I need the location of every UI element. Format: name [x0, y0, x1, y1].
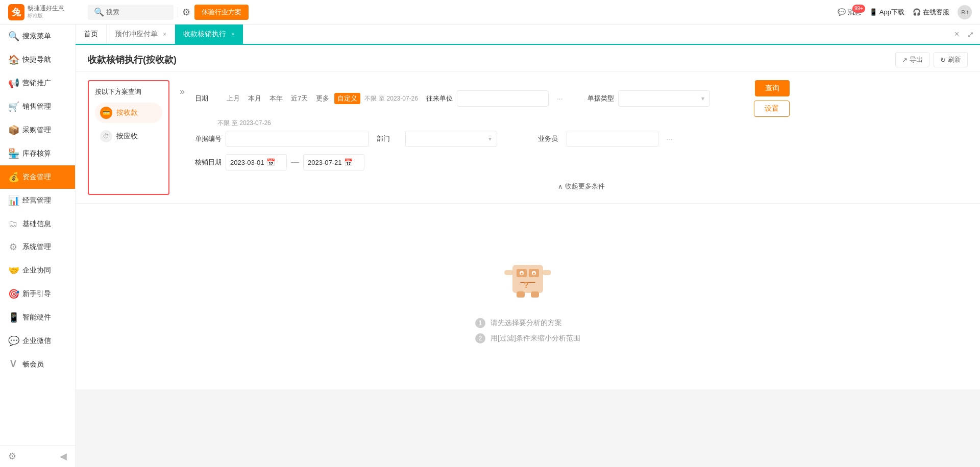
collapse-more-btn[interactable]: ∧ 收起更多条件 [195, 178, 968, 195]
tab-expand-btn[interactable]: ⤢ [965, 28, 976, 41]
top-bar: 兔 畅捷通好生意 标准版 🔍 ⚙ 休验行业方案 💬 消息 99+ 📱 App下载… [0, 0, 980, 24]
svg-point-5 [521, 273, 523, 275]
app-download-btn[interactable]: 📱 App下载 [869, 8, 904, 17]
page-header: 收款核销执行(按收款) ↗ 导出 ↻ 刷新 [76, 45, 980, 72]
staff-select[interactable] [567, 131, 658, 147]
tab-receipt-writeoff-close[interactable]: × [231, 31, 235, 38]
sidebar-item-basic-info[interactable]: 🗂 基础信息 [0, 212, 75, 235]
sidebar-item-wechat[interactable]: 💬 企业微信 [0, 329, 75, 353]
sidebar-item-label: 搜索菜单 [22, 32, 51, 41]
date-no-limit: 不限 [364, 94, 377, 103]
doc-num-field: 单据编号 [195, 131, 369, 147]
sidebar-item-system[interactable]: ⚙ 系统管理 [0, 235, 75, 259]
sidebar-item-guide[interactable]: 🎯 新手引导 [0, 282, 75, 306]
home-icon: 🏠 [8, 54, 18, 65]
empty-icon: ? [497, 244, 558, 308]
shortcut-last-month[interactable]: 上月 [224, 93, 243, 104]
writeoff-date-from[interactable]: 2023-03-01 📅 [226, 154, 287, 170]
tab-receipt-writeoff-label: 收款核销执行 [183, 30, 226, 39]
message-btn[interactable]: 💬 消息 99+ [838, 8, 861, 17]
shortcut-7days[interactable]: 近7天 [288, 93, 311, 104]
sidebar-item-cooperation[interactable]: 🤝 企业协同 [0, 259, 75, 282]
user-menu[interactable]: Rit [958, 5, 972, 19]
staff-ellipsis[interactable]: ··· [663, 134, 677, 144]
sidebar-collapse-btn[interactable]: ◀ [60, 451, 67, 462]
store-icon: 🏪 [8, 148, 18, 159]
shortcut-this-month[interactable]: 本月 [245, 93, 264, 104]
page-header-actions: ↗ 导出 ↻ 刷新 [895, 52, 968, 67]
date-to-text: 至 2023-07-26 [379, 94, 418, 103]
date-info-row: 不限 至 2023-07-26 [217, 119, 968, 128]
date-shortcuts: 上月 本月 本年 近7天 更多 自定义 [224, 93, 360, 104]
logo-icon: 兔 [8, 4, 24, 20]
dept-select[interactable]: ▾ [405, 131, 497, 147]
empty-step-1-text: 请先选择要分析的方案 [491, 318, 562, 328]
tab-close-btn[interactable]: × [952, 28, 961, 41]
sidebar-item-sales[interactable]: 🛒 销售管理 [0, 95, 75, 118]
online-service-btn[interactable]: 🎧 在线客服 [913, 8, 949, 17]
filter-sidebar-title: 按以下方案查询 [95, 87, 162, 96]
filter-by-receivable-label: 按应收 [116, 132, 138, 141]
tab-receipt-writeoff[interactable]: 收款核销执行 × [175, 24, 243, 44]
tab-prepay[interactable]: 预付冲应付单 × [107, 24, 175, 44]
writeoff-to-text: 2023-07-21 [308, 159, 342, 166]
search-bar[interactable]: 🔍 [88, 5, 174, 20]
sidebar-item-member[interactable]: V 畅会员 [0, 353, 75, 376]
staff-field: 业务员 ··· [538, 131, 691, 147]
sidebar-item-inventory[interactable]: 🏪 库存核算 [0, 142, 75, 165]
writeoff-date-label: 核销日期 [195, 158, 222, 167]
setting-btn[interactable]: 设置 [754, 101, 790, 117]
sidebar-item-operations[interactable]: 📊 经营管理 [0, 189, 75, 212]
bottom-settings-icon[interactable]: ⚙ [8, 451, 16, 462]
sidebar-item-label: 智能硬件 [22, 313, 51, 322]
sidebar-item-purchase[interactable]: 📦 采购管理 [0, 118, 75, 142]
filter-row-2: 单据编号 部门 ▾ 业务员 [195, 131, 968, 147]
shortcut-this-year[interactable]: 本年 [266, 93, 286, 104]
sidebar-item-finance[interactable]: 💰 资金管理 [0, 165, 75, 189]
sidebar-item-label: 新手引导 [22, 289, 51, 299]
industry-btn[interactable]: 休验行业方案 [194, 5, 249, 20]
shortcut-more[interactable]: 更多 [313, 93, 332, 104]
partner-select[interactable] [457, 90, 549, 107]
query-btn[interactable]: 查询 [755, 80, 790, 96]
avatar: Rit [958, 5, 972, 19]
app-download-label: App下载 [879, 8, 904, 17]
sidebar: 🔍 搜索菜单 🏠 快捷导航 📢 营销推广 🛒 销售管理 📦 采购管理 🏪 库存核… [0, 24, 76, 467]
doc-type-select[interactable]: ▾ [618, 90, 710, 107]
tabs-actions: × ⤢ [952, 24, 980, 44]
refresh-btn[interactable]: ↻ 刷新 [934, 52, 968, 67]
message-icon: 💬 [838, 8, 846, 16]
tab-home[interactable]: 首页 [76, 24, 107, 44]
date-sep: — [291, 158, 299, 167]
box-icon: 📦 [8, 125, 18, 136]
filter-by-receipt[interactable]: 💳 按收款 [95, 103, 162, 123]
doc-type-field: 单据类型 ▾ [587, 90, 741, 107]
sidebar-item-marketing[interactable]: 📢 营销推广 [0, 71, 75, 95]
partner-ellipsis[interactable]: ··· [553, 93, 567, 104]
partner-label: 往来单位 [426, 94, 453, 103]
collapse-icon: ∧ [558, 183, 563, 190]
receivable-icon: ⏱ [100, 130, 112, 142]
filter-by-receivable[interactable]: ⏱ 按应收 [95, 126, 162, 146]
doc-num-input[interactable] [226, 131, 369, 147]
sidebar-item-label: 企业协同 [22, 266, 51, 275]
svg-point-6 [533, 273, 535, 275]
search-input[interactable] [106, 8, 167, 16]
sidebar-item-label: 畅会员 [22, 360, 44, 369]
shortcut-custom[interactable]: 自定义 [334, 93, 360, 104]
sidebar-item-quick-nav[interactable]: 🏠 快捷导航 [0, 48, 75, 71]
empty-illustration: ? [497, 244, 558, 306]
tab-prepay-close[interactable]: × [163, 31, 166, 38]
filter-sidebar-collapse[interactable]: » [178, 84, 187, 99]
step-2-num: 2 [475, 333, 485, 343]
sidebar-item-hardware[interactable]: 📱 智能硬件 [0, 306, 75, 329]
export-btn[interactable]: ↗ 导出 [895, 52, 929, 67]
sidebar-item-label: 采购管理 [22, 126, 51, 135]
doc-type-dropdown: ▾ [701, 95, 704, 102]
gear-icon[interactable]: ⚙ [182, 7, 190, 18]
main-content: 收款核销执行(按收款) ↗ 导出 ↻ 刷新 按以下方案查询 💳 按收款 [76, 45, 980, 467]
sidebar-item-label: 经营管理 [22, 196, 51, 205]
sidebar-item-search[interactable]: 🔍 搜索菜单 [0, 24, 75, 48]
headset-icon: 🎧 [913, 8, 921, 16]
writeoff-date-to[interactable]: 2023-07-21 📅 [303, 154, 364, 170]
